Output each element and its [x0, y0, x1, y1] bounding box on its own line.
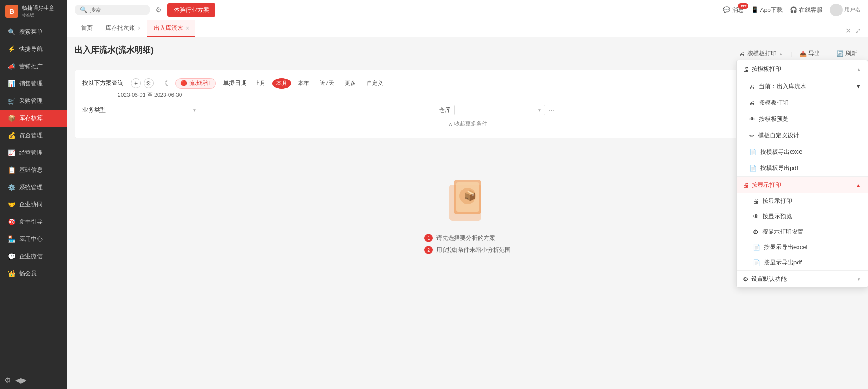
date-range-display: 2023-06-01 至 2023-06-30 [118, 92, 182, 98]
phone-icon: 📱 [751, 6, 758, 13]
sidebar-item-vip[interactable]: 👑畅会员 [0, 265, 67, 282]
sidebar-item-purchase[interactable]: 🛒采购管理 [0, 92, 67, 110]
business-type-select[interactable] [110, 105, 200, 115]
sidebar-icon-sales: 📊 [7, 80, 15, 87]
sidebar-label-shortcut: 快捷导航 [19, 45, 43, 53]
tab-batch-close[interactable]: × [138, 25, 141, 31]
dropdown-export-excel-template[interactable]: 📄 按模板导出excel [737, 144, 868, 160]
sidebar-icon-basic: 📋 [7, 166, 15, 174]
dropdown-epd-label: 按显示导出pdf [764, 259, 802, 267]
sidebar-item-inventory[interactable]: 📦库存核算 [0, 110, 67, 127]
sidebar-label-sales: 销售管理 [19, 80, 43, 88]
tab-flow[interactable]: 出入库流水 × [147, 20, 195, 37]
tab-close-all-icon[interactable]: ✕ [845, 26, 851, 35]
date-last7days[interactable]: 近7天 [316, 78, 338, 89]
tab-flow-label: 出入库流水 [154, 24, 183, 32]
sidebar-item-basic[interactable]: 📋基础信息 [0, 161, 67, 179]
dropdown-header-arrow[interactable]: ▲ [857, 67, 861, 72]
dropdown-preview-template[interactable]: 👁 按模板预览 [737, 111, 868, 127]
tab-batch-label: 库存批次账 [105, 24, 135, 32]
business-type-item: 业务类型 ▼ [82, 105, 201, 115]
sidebar-item-guide[interactable]: 🎯新手引导 [0, 213, 67, 230]
tab-maximize-icon[interactable]: ⤢ [855, 26, 861, 35]
filter-collapse-icon[interactable]: 《 [161, 79, 168, 88]
tab-batch[interactable]: 库存批次账 × [99, 20, 147, 37]
sidebar-item-enterprise[interactable]: 🤝企业协同 [0, 196, 67, 213]
dropdown-print-template[interactable]: 🖨 按模板打印 [737, 95, 868, 111]
business-type-label: 业务类型 [82, 106, 106, 114]
dropdown-export-pdf-display[interactable]: 📄 按显示导出pdf [737, 255, 868, 270]
industry-btn[interactable]: 体验行业方案 [167, 3, 215, 17]
username-text: 用户名 [844, 6, 861, 14]
dropdown-current-arrow: ▼ [855, 83, 861, 90]
sidebar-item-appstore[interactable]: 🏪应用中心 [0, 230, 67, 248]
sidebar-item-sales[interactable]: 📊销售管理 [0, 75, 67, 92]
sidebar-icon-system: ⚙️ [7, 184, 15, 191]
dropdown-footer-content: ⚙ 设置默认功能 [743, 275, 787, 283]
step-num-2: 2 [424, 246, 433, 254]
avatar-img [830, 4, 843, 16]
sidebar-label-operation: 经营管理 [19, 149, 43, 157]
sidebar-icon-operation: 📈 [7, 149, 15, 156]
step1-text: 请先选择要分析的方案 [436, 234, 495, 242]
sidebar-item-wechat[interactable]: 💬企业微信 [0, 248, 67, 265]
dropdown-preview-display[interactable]: 👁 按显示预览 [737, 209, 868, 224]
filter-date-field: 单据日期 上月 本月 本年 近7天 更多 自定义 [223, 78, 387, 89]
dropdown-psd-icon: ⚙ [753, 229, 758, 235]
sidebar-item-shortcut[interactable]: ⚡快捷导航 [0, 40, 67, 58]
date-current-month[interactable]: 本月 [272, 78, 291, 89]
app-download-btn[interactable]: 📱 App下载 [751, 6, 783, 14]
dropdown-pt-label: 按模板打印 [759, 99, 788, 107]
collapse-icon[interactable]: ◀▶ [15, 376, 26, 384]
sidebar-icon-shortcut: ⚡ [7, 45, 15, 53]
search-input[interactable] [90, 7, 145, 13]
user-avatar[interactable]: 用户名 [830, 4, 861, 16]
filter-add-btn[interactable]: + [131, 78, 141, 88]
dropdown-current[interactable]: 🖨 当前：出入库流水 ▼ [737, 78, 868, 95]
dropdown-pd-icon: 🖨 [753, 198, 759, 204]
dropdown-eed-icon: 📄 [753, 244, 760, 251]
warehouse-select[interactable] [454, 105, 545, 115]
sidebar-nav: 🔍搜索菜单⚡快捷导航📣营销推广📊销售管理🛒采购管理📦库存核算💰资金管理📈经营管理… [0, 23, 67, 371]
dropdown-print-settings-display[interactable]: ⚙ 按显示打印设置 [737, 224, 868, 239]
date-custom[interactable]: 自定义 [363, 78, 387, 89]
sidebar: B 畅捷通好生意 标准版 🔍搜索菜单⚡快捷导航📣营销推广📊销售管理🛒采购管理📦库… [0, 0, 67, 389]
warehouse-more-icon[interactable]: ··· [549, 107, 554, 114]
sidebar-item-finance[interactable]: 💰资金管理 [0, 127, 67, 144]
dropdown-custom-design[interactable]: ✏ 模板自定义设计 [737, 127, 868, 144]
dropdown-display-group-header[interactable]: 🖨 按显示打印 ▲ [737, 177, 868, 193]
customer-service-btn[interactable]: 🎧 在线客服 [790, 6, 823, 14]
topbar-gear-icon[interactable]: ⚙ [155, 5, 162, 14]
dropdown-ept-label: 按模板导出pdf [760, 164, 798, 172]
tab-home[interactable]: 首页 [75, 20, 99, 37]
empty-svg: 📦 [440, 171, 495, 225]
tab-bar: 首页 库存批次账 × 出入库流水 × ✕ ⤢ [67, 20, 868, 37]
dropdown-ept-icon: 📄 [749, 165, 757, 172]
sidebar-item-system[interactable]: ⚙️系统管理 [0, 179, 67, 196]
toolbar-sep1: | [790, 50, 792, 57]
settings-icon[interactable]: ⚙ [5, 376, 11, 384]
print-template-btn[interactable]: 🖨 按模板打印 ▲ [736, 48, 787, 60]
date-prev-month[interactable]: 上月 [250, 78, 269, 89]
dropdown-export-excel-display[interactable]: 📄 按显示导出excel [737, 239, 868, 255]
export-btn[interactable]: 📤 导出 [796, 48, 824, 60]
refresh-btn[interactable]: 🔄 刷新 [833, 48, 861, 60]
dropdown-display-arrow[interactable]: ▲ [855, 182, 861, 189]
dropdown-export-pdf-template[interactable]: 📄 按模板导出pdf [737, 160, 868, 176]
dropdown-header: 🖨 按模板打印 ▲ [737, 60, 868, 78]
refresh-label: 刷新 [845, 50, 857, 58]
dropdown-footer[interactable]: ⚙ 设置默认功能 ▼ [737, 270, 868, 287]
app-logo: B 畅捷通好生意 标准版 [0, 0, 67, 23]
date-current-year[interactable]: 本年 [294, 78, 313, 89]
dropdown-print-display[interactable]: 🖨 按显示打印 [737, 193, 868, 209]
sidebar-item-search[interactable]: 🔍搜索菜单 [0, 23, 67, 40]
filter-settings-btn[interactable]: ⚙ [144, 78, 154, 88]
topbar-search-box[interactable]: 🔍 [75, 5, 150, 15]
messages-btn[interactable]: 💬 消息 99+ [723, 6, 744, 14]
filter-tag-item[interactable]: 🔴 流水明细 [175, 78, 216, 89]
sidebar-item-operation[interactable]: 📈经营管理 [0, 144, 67, 161]
tab-flow-close[interactable]: × [186, 25, 189, 31]
sidebar-item-marketing[interactable]: 📣营销推广 [0, 58, 67, 75]
date-more[interactable]: 更多 [341, 78, 360, 89]
filter-title: 按以下方案查询 [82, 79, 124, 87]
